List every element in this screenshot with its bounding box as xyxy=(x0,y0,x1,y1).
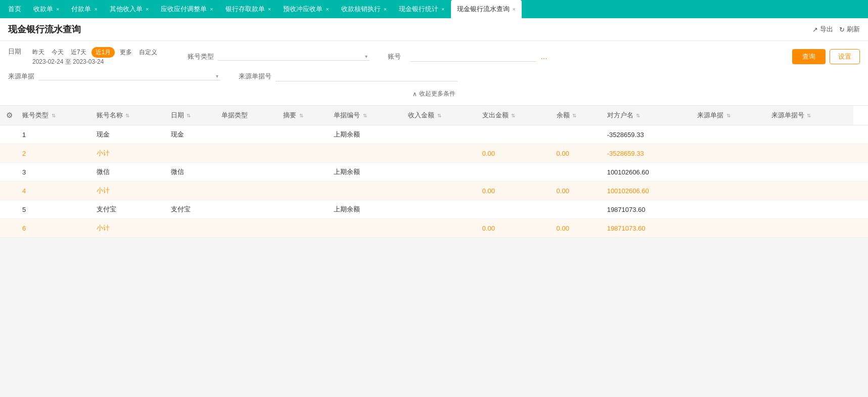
td-source-doc-no xyxy=(853,144,868,163)
td-source-doc-no xyxy=(853,163,868,182)
th-source-doc[interactable]: 来源单据 ⇅ xyxy=(693,106,767,125)
td-counterpart xyxy=(693,182,767,200)
collapse-up-icon: ∧ xyxy=(413,91,417,98)
nav-prepay[interactable]: 预收冲应收单 × xyxy=(277,0,335,18)
th-income[interactable]: 收入金额 ⇅ xyxy=(404,106,478,125)
th-doc-no[interactable]: 单据编号 ⇅ xyxy=(330,106,404,125)
sort-balance-icon: ⇅ xyxy=(572,113,576,118)
close-payment-icon[interactable]: × xyxy=(94,6,97,12)
close-adjustment-icon[interactable]: × xyxy=(210,6,213,12)
source-doc-no-input[interactable] xyxy=(276,71,458,81)
header-actions: ↗ 导出 ↻ 刷新 xyxy=(812,25,860,34)
data-table: ⚙ 账号类型 ⇅ 账号名称 ⇅ 日期 ⇅ 单据类型 摘要 xyxy=(0,106,868,238)
close-other-income-icon[interactable]: × xyxy=(146,6,149,12)
close-stats-icon[interactable]: × xyxy=(441,6,444,12)
account-type-select[interactable]: ▾ xyxy=(218,53,370,61)
account-label: 账号 xyxy=(388,52,406,61)
export-icon: ↗ xyxy=(812,26,818,33)
nav-flow-query[interactable]: 现金银行流水查询 × xyxy=(451,0,522,18)
close-prepay-icon[interactable]: × xyxy=(326,6,329,12)
td-source-doc xyxy=(767,182,853,200)
table-header-row: ⚙ 账号类型 ⇅ 账号名称 ⇅ 日期 ⇅ 单据类型 摘要 xyxy=(0,106,868,125)
table-body: 1现金现金上期余额-3528659.332小计0.000.00-3528659.… xyxy=(0,125,868,238)
td-gear xyxy=(0,163,18,182)
filter-row-1: 日期 昨天 今天 近7天 近1月 更多 自定义 2023-02-24 至 202… xyxy=(8,47,860,66)
source-doc-select[interactable]: ▾ xyxy=(38,72,220,80)
table-row: 2小计0.000.00-3528659.33 xyxy=(0,144,868,163)
date-today[interactable]: 今天 xyxy=(50,47,66,58)
collapse-bar[interactable]: ∧ 收起更多条件 xyxy=(8,86,860,101)
close-bank-deposit-icon[interactable]: × xyxy=(268,6,271,12)
source-doc-label: 来源单据 xyxy=(8,72,34,81)
date-1month[interactable]: 近1月 xyxy=(92,47,115,58)
th-expense[interactable]: 支出金额 ⇅ xyxy=(478,106,553,125)
td-source-doc-no xyxy=(853,125,868,144)
table-row: 5支付宝支付宝上期余额19871073.60 xyxy=(0,200,868,219)
export-button[interactable]: ↗ 导出 xyxy=(812,25,833,34)
td-doc-type xyxy=(279,200,330,219)
th-account-type[interactable]: 账号类型 ⇅ xyxy=(18,106,93,125)
th-account-name[interactable]: 账号名称 ⇅ xyxy=(93,106,167,125)
date-7days[interactable]: 近7天 xyxy=(69,47,88,58)
td-account-type: 小计 xyxy=(93,182,167,200)
refresh-button[interactable]: ↻ 刷新 xyxy=(839,25,860,34)
date-yesterday[interactable]: 昨天 xyxy=(30,47,47,58)
td-doc-no xyxy=(404,200,478,219)
td-counterpart xyxy=(693,200,767,219)
td-date xyxy=(217,200,279,219)
td-num: 6 xyxy=(18,219,93,238)
setting-button[interactable]: 设置 xyxy=(830,49,860,64)
td-summary: 上期余额 xyxy=(330,200,404,219)
td-doc-type xyxy=(279,219,330,238)
table-row: 4小计0.000.00100102606.60 xyxy=(0,182,868,200)
td-num: 5 xyxy=(18,200,93,219)
nav-verify[interactable]: 收款核销执行 × xyxy=(335,0,393,18)
date-more[interactable]: 更多 xyxy=(118,47,134,58)
nav-bank-deposit[interactable]: 银行存取款单 × xyxy=(219,0,277,18)
nav-receipt[interactable]: 收款单 × xyxy=(27,0,65,18)
sort-doc-no-icon: ⇅ xyxy=(363,113,367,118)
sort-counterpart-icon: ⇅ xyxy=(636,113,640,118)
date-shortcuts-group: 昨天 今天 近7天 近1月 更多 自定义 2023-02-24 至 2023-0… xyxy=(30,47,159,66)
th-summary[interactable]: 摘要 ⇅ xyxy=(279,106,330,125)
account-input[interactable] xyxy=(410,52,536,62)
account-type-filter-group: 账号类型 ▾ xyxy=(188,52,370,61)
td-account-name xyxy=(167,144,217,163)
td-income: 0.00 xyxy=(478,182,553,200)
nav-stats[interactable]: 现金银行统计 × xyxy=(393,0,450,18)
td-source-doc xyxy=(767,219,853,238)
td-account-type: 小计 xyxy=(93,144,167,163)
account-dots-button[interactable]: ... xyxy=(540,52,547,61)
nav-payment[interactable]: 付款单 × xyxy=(65,0,103,18)
nav-home[interactable]: 首页 xyxy=(2,0,27,18)
sort-income-icon: ⇅ xyxy=(437,113,441,118)
nav-other-income[interactable]: 其他收入单 × xyxy=(104,0,155,18)
source-doc-chevron-icon: ▾ xyxy=(216,73,218,79)
filter-buttons: 查询 设置 xyxy=(792,49,860,64)
td-gear xyxy=(0,182,18,200)
td-income xyxy=(478,163,553,182)
query-button[interactable]: 查询 xyxy=(792,49,826,64)
td-date xyxy=(217,182,279,200)
td-counterpart xyxy=(693,163,767,182)
close-verify-icon[interactable]: × xyxy=(384,6,387,12)
td-num: 1 xyxy=(18,125,93,144)
gear-icon[interactable]: ⚙ xyxy=(6,111,13,119)
td-date xyxy=(217,219,279,238)
close-flow-query-icon[interactable]: × xyxy=(513,6,516,12)
th-date[interactable]: 日期 ⇅ xyxy=(167,106,217,125)
td-account-name: 支付宝 xyxy=(167,200,217,219)
th-balance[interactable]: 余额 ⇅ xyxy=(553,106,603,125)
source-doc-no-filter-group: 来源单据号 xyxy=(239,71,458,81)
date-custom[interactable]: 自定义 xyxy=(137,47,159,58)
close-receipt-icon[interactable]: × xyxy=(56,6,59,12)
nav-adjustment[interactable]: 应收应付调整单 × xyxy=(155,0,219,18)
td-doc-no xyxy=(404,125,478,144)
td-summary xyxy=(330,144,404,163)
source-doc-filter-group: 来源单据 ▾ xyxy=(8,72,220,81)
td-expense xyxy=(553,200,603,219)
th-counterpart[interactable]: 对方户名 ⇅ xyxy=(603,106,693,125)
td-gear xyxy=(0,144,18,163)
td-gear xyxy=(0,219,18,238)
th-source-doc-no[interactable]: 来源单据号 ⇅ xyxy=(767,106,853,125)
